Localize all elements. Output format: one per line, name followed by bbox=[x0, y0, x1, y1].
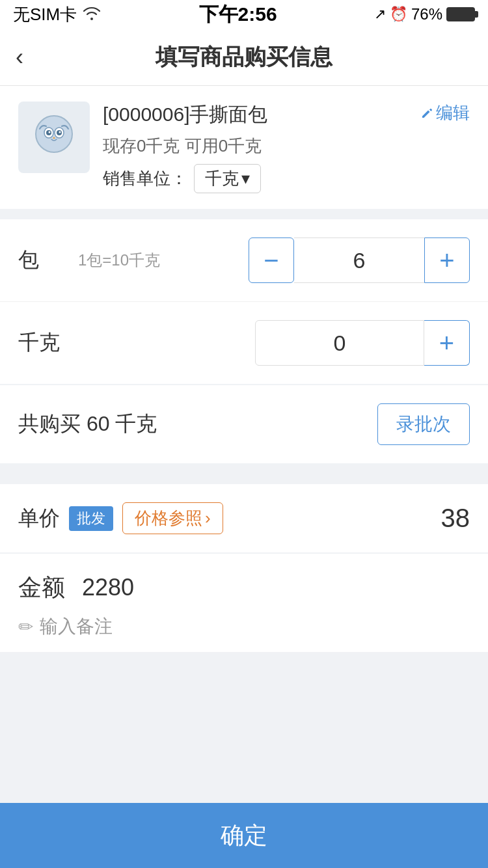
qty-row-bao: 包 1包=10千克 − + bbox=[0, 219, 488, 302]
product-owl-icon bbox=[34, 115, 74, 161]
note-row[interactable]: ✏ 输入备注 bbox=[18, 614, 470, 639]
unit-value: 千克 bbox=[205, 167, 239, 190]
amount-row: 金额 2280 bbox=[18, 572, 470, 604]
note-placeholder: 输入备注 bbox=[40, 614, 113, 639]
product-unit-row: 销售单位： 千克 ▾ bbox=[103, 164, 470, 193]
main-content: [0000006]手撕面包 编辑 现存0千克 可用0千克 销售单位： 千克 ▾ … bbox=[0, 86, 488, 803]
qty-hint-bao: 1包=10千克 bbox=[78, 250, 249, 271]
battery-text: 76% bbox=[411, 5, 442, 23]
qty-label-kg: 千克 bbox=[18, 329, 70, 357]
record-batch-button[interactable]: 录批次 bbox=[377, 403, 470, 445]
product-info: [0000006]手撕面包 编辑 现存0千克 可用0千克 销售单位： 千克 ▾ bbox=[103, 102, 470, 193]
price-ref-arrow: › bbox=[205, 508, 211, 528]
amount-label: 金额 bbox=[18, 574, 65, 601]
amount-value: 2280 bbox=[82, 574, 134, 601]
price-label: 单价 bbox=[18, 504, 60, 533]
qty-plus-kg[interactable]: + bbox=[424, 320, 470, 366]
price-section: 单价 批发 价格参照 › 38 bbox=[0, 484, 488, 552]
carrier-text: 无SIM卡 bbox=[13, 3, 77, 26]
qty-section: 包 1包=10千克 − + 千克 + bbox=[0, 219, 488, 384]
bottom-space bbox=[0, 652, 488, 803]
summary-text: 共购买 60 千克 bbox=[18, 410, 157, 439]
status-right-icons: ↗ ⏰ 76% bbox=[374, 5, 475, 23]
qty-minus-bao[interactable]: − bbox=[249, 237, 294, 283]
price-type-tag: 批发 bbox=[69, 506, 113, 531]
location-icon: ↗ bbox=[374, 6, 386, 23]
unit-select[interactable]: 千克 ▾ bbox=[194, 164, 261, 193]
note-icon: ✏ bbox=[18, 616, 33, 638]
product-stock: 现存0千克 可用0千克 bbox=[103, 135, 470, 157]
edit-label: 编辑 bbox=[436, 102, 470, 124]
alarm-icon: ⏰ bbox=[390, 6, 407, 23]
unit-label: 销售单位： bbox=[103, 167, 187, 190]
price-ref-button[interactable]: 价格参照 › bbox=[122, 502, 223, 534]
qty-input-kg[interactable] bbox=[255, 320, 424, 366]
product-name: [0000006]手撕面包 bbox=[103, 102, 267, 128]
svg-point-6 bbox=[59, 131, 61, 133]
qty-controls-bao: − + bbox=[249, 237, 470, 283]
qty-row-kg: 千克 + bbox=[0, 302, 488, 384]
section-divider bbox=[0, 474, 488, 484]
back-button[interactable]: ‹ bbox=[16, 44, 23, 71]
price-value: 38 bbox=[441, 504, 470, 533]
qty-label-bao: 包 bbox=[18, 246, 70, 275]
amount-section: 金额 2280 ✏ 输入备注 bbox=[0, 554, 488, 652]
status-bar: 无SIM卡 下午2:56 ↗ ⏰ 76% bbox=[0, 0, 488, 29]
summary-section: 共购买 60 千克 录批次 bbox=[0, 385, 488, 463]
page-title: 填写商品购买信息 bbox=[156, 42, 332, 72]
status-carrier: 无SIM卡 bbox=[13, 3, 102, 26]
nav-bar: ‹ 填写商品购买信息 bbox=[0, 29, 488, 86]
edit-button[interactable]: 编辑 bbox=[420, 102, 470, 124]
qty-input-bao[interactable] bbox=[294, 237, 424, 283]
price-ref-label: 价格参照 bbox=[135, 507, 202, 530]
confirm-bar[interactable]: 确定 bbox=[0, 803, 488, 868]
unit-dropdown-icon: ▾ bbox=[241, 169, 250, 189]
svg-point-5 bbox=[49, 131, 51, 133]
status-time: 下午2:56 bbox=[199, 1, 277, 28]
product-card: [0000006]手撕面包 编辑 现存0千克 可用0千克 销售单位： 千克 ▾ bbox=[0, 86, 488, 209]
product-image bbox=[18, 102, 90, 173]
qty-plus-bao[interactable]: + bbox=[424, 237, 470, 283]
confirm-text: 确定 bbox=[221, 820, 267, 852]
battery-icon bbox=[446, 7, 475, 21]
wifi-icon bbox=[82, 5, 102, 25]
qty-controls-kg: + bbox=[255, 320, 470, 366]
svg-point-0 bbox=[36, 116, 72, 152]
